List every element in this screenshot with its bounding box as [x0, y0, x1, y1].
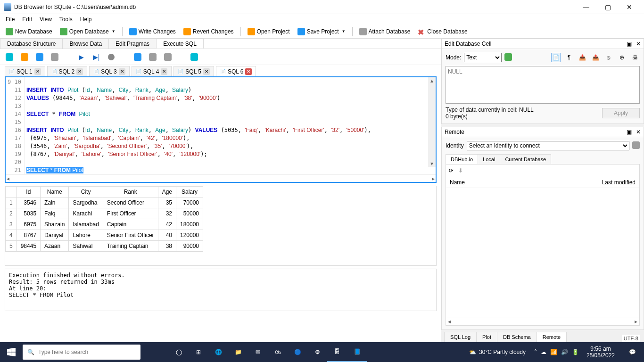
open-project-button[interactable]: Open Project: [244, 26, 293, 37]
cell-textarea[interactable]: NULL: [446, 66, 640, 104]
close-tab-icon[interactable]: ✕: [161, 68, 167, 75]
maximize-button[interactable]: ▢: [597, 0, 619, 14]
tray-wifi-icon[interactable]: 📶: [550, 349, 557, 355]
attach-database-button[interactable]: Attach Database: [356, 26, 414, 37]
tab-edit-pragmas[interactable]: Edit Pragmas: [108, 39, 157, 49]
new-sql-icon[interactable]: [5, 52, 14, 62]
refresh-icon[interactable]: ⟳: [449, 167, 454, 174]
cell[interactable]: 50000: [176, 208, 203, 219]
print-cell-icon[interactable]: 🖶: [630, 53, 640, 62]
taskbar-search[interactable]: 🔍 Type here to search: [23, 345, 140, 360]
tray-onedrive-icon[interactable]: ☁: [541, 349, 546, 355]
results-grid[interactable]: IdNameCityRankAgeSalary13546ZainSargodha…: [5, 186, 437, 266]
table-row[interactable]: 13546ZainSargodhaSecond Officer3570000: [6, 197, 203, 208]
autoformat-icon[interactable]: [504, 53, 512, 62]
print-icon[interactable]: [50, 52, 59, 62]
menu-file[interactable]: File: [2, 15, 18, 24]
cell[interactable]: Daniyal: [41, 230, 69, 241]
close-database-button[interactable]: ✖Close Database: [414, 26, 471, 37]
sql-tab-3[interactable]: 📄SQL 3✕: [89, 66, 130, 76]
cell[interactable]: Captain: [103, 219, 158, 230]
cell[interactable]: 180000: [176, 219, 203, 230]
dock-tab-plot[interactable]: Plot: [476, 332, 497, 342]
import-icon[interactable]: 📥: [578, 53, 587, 62]
cell[interactable]: 40: [158, 230, 176, 241]
tray-chevron-icon[interactable]: ˄: [534, 349, 537, 355]
cell[interactable]: Faiq: [41, 208, 69, 219]
close-tab-icon[interactable]: ✕: [245, 68, 252, 75]
identity-manage-icon[interactable]: [632, 141, 640, 150]
close-remote-icon[interactable]: ✕: [636, 129, 641, 135]
cell[interactable]: Shazain: [41, 219, 69, 230]
col-header[interactable]: Age: [158, 187, 176, 197]
cell[interactable]: Zain: [41, 197, 69, 208]
stop-icon[interactable]: [107, 52, 116, 62]
cell[interactable]: Second Officer: [103, 197, 158, 208]
sql-editor[interactable]: 9 10 11 12 13 14 15 16 17 18 19 20 21 IN…: [5, 76, 437, 183]
cell[interactable]: Senior First Officer: [103, 230, 158, 241]
dock-tab-remote[interactable]: Remote: [537, 332, 567, 342]
execute-line-icon[interactable]: ▶|: [91, 52, 101, 62]
table-row[interactable]: 36975ShazainIslamabadCaptain42180000: [6, 219, 203, 230]
menu-edit[interactable]: Edit: [18, 15, 36, 24]
cell[interactable]: Sargodha: [69, 197, 103, 208]
col-header[interactable]: Name: [41, 187, 69, 197]
cell[interactable]: Karachi: [69, 208, 103, 219]
col-header[interactable]: Salary: [176, 187, 203, 197]
table-row[interactable]: 48767DaniyalLahoreSenior First Officer40…: [6, 230, 203, 241]
close-tab-icon[interactable]: ✕: [34, 68, 41, 75]
dbbrowser-task-icon[interactable]: 🗄: [327, 342, 347, 362]
cell[interactable]: Training Captain: [103, 241, 158, 252]
close-button[interactable]: ✕: [619, 0, 640, 14]
explorer-icon[interactable]: 📁: [228, 342, 248, 362]
cell[interactable]: Islamabad: [69, 219, 103, 230]
undock-remote-icon[interactable]: ▣: [627, 129, 632, 135]
identity-select[interactable]: Select an identity to connect: [467, 141, 629, 150]
horizontal-scrollbar[interactable]: ◂▸: [6, 174, 436, 182]
sql-tab-6[interactable]: 📄SQL 6✕: [216, 66, 256, 76]
close-dock-icon[interactable]: ✕: [636, 41, 641, 47]
word-icon[interactable]: 📘: [347, 342, 367, 362]
store-icon[interactable]: 🛍: [268, 342, 288, 362]
cell[interactable]: 3546: [17, 197, 40, 208]
cell[interactable]: 6975: [17, 219, 40, 230]
col-header[interactable]: Id: [17, 187, 40, 197]
settings-icon[interactable]: ⚙: [307, 342, 327, 362]
cell[interactable]: 32: [158, 208, 176, 219]
start-button[interactable]: [0, 342, 23, 362]
sql-tab-4[interactable]: 📄SQL 4✕: [132, 66, 172, 76]
tray-volume-icon[interactable]: 🔊: [561, 349, 568, 355]
notifications-icon[interactable]: 💬: [622, 342, 642, 362]
menu-help[interactable]: Help: [76, 15, 96, 24]
close-tab-icon[interactable]: ✕: [119, 68, 125, 75]
menu-tools[interactable]: Tools: [56, 15, 76, 24]
col-header[interactable]: City: [69, 187, 103, 197]
tray-battery-icon[interactable]: 🔋: [572, 349, 579, 355]
close-tab-icon[interactable]: ✕: [76, 68, 83, 75]
code-area[interactable]: INSERT INTO Pilot (Id, Name, City, Rank,…: [25, 77, 436, 174]
taskbar-clock[interactable]: 9:56 am 25/05/2022: [583, 346, 619, 359]
weather-widget[interactable]: ⛅ 30°C Partly cloudy: [464, 349, 530, 355]
cortana-icon[interactable]: ◯: [169, 342, 189, 362]
remote-tab-dbhub-io[interactable]: DBHub.io: [446, 154, 478, 164]
chrome-icon[interactable]: 🔵: [288, 342, 307, 362]
apply-button[interactable]: Apply: [602, 108, 640, 118]
dock-tab-db-schema[interactable]: DB Schema: [497, 332, 537, 342]
save-sql-icon[interactable]: [35, 52, 44, 62]
save-results-icon[interactable]: [133, 52, 142, 62]
rtl-icon[interactable]: ¶: [564, 53, 574, 62]
cell[interactable]: 120000: [176, 230, 203, 241]
tab-browse-data[interactable]: Browse Data: [62, 39, 109, 49]
cell[interactable]: Azaan: [41, 241, 69, 252]
null-icon[interactable]: ⦸: [604, 53, 613, 62]
vertical-scrollbar[interactable]: ▴▾: [428, 77, 436, 167]
cell[interactable]: Sahiwal: [69, 241, 103, 252]
tab-execute-sql[interactable]: Execute SQL: [156, 39, 204, 49]
dock-tab-sql-log[interactable]: SQL Log: [444, 332, 477, 342]
cell[interactable]: 8767: [17, 230, 40, 241]
cell[interactable]: 70000: [176, 197, 203, 208]
cell[interactable]: Lahore: [69, 230, 103, 241]
write-changes-button[interactable]: Write Changes: [126, 26, 179, 37]
sql-tab-5[interactable]: 📄SQL 5✕: [173, 66, 214, 76]
cell[interactable]: 90000: [176, 241, 203, 252]
